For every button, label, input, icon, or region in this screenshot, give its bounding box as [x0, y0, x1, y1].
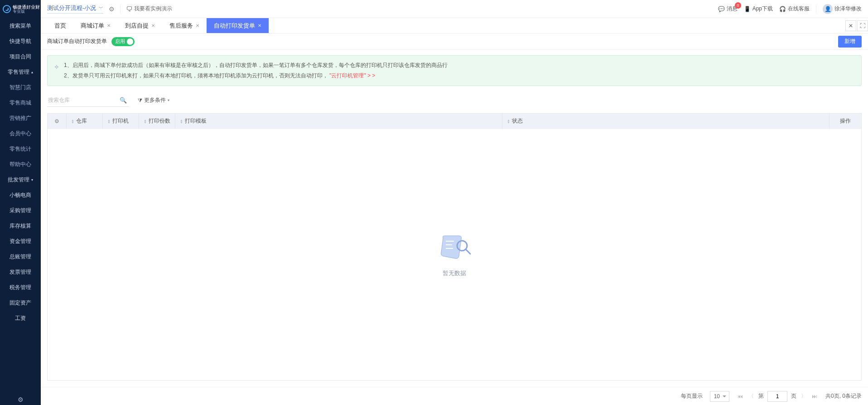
sidebar-item-label: 会员中心 — [10, 130, 31, 138]
sidebar-item-label: 帮助中心 — [10, 161, 31, 168]
phone-icon: 📱 — [744, 6, 751, 12]
sidebar-item-17[interactable]: 税务管理 — [0, 280, 41, 295]
tab-fullscreen[interactable]: ⛶ — [857, 20, 868, 31]
tab-4[interactable]: 自动打印发货单✕ — [207, 18, 269, 33]
online-service-label: 在线客服 — [788, 5, 810, 13]
sidebar-item-6[interactable]: 营销推广 — [0, 110, 41, 126]
per-page-label: 每页显示 — [681, 392, 703, 400]
more-filter-button[interactable]: ⧩ 更多条件 ▾ — [138, 96, 169, 104]
col-warehouse-label: 仓库 — [76, 117, 87, 125]
sidebar-item-label: 项目合同 — [10, 53, 31, 61]
tab-3[interactable]: 售后服务✕ — [162, 18, 207, 33]
close-icon[interactable]: ✕ — [196, 23, 199, 28]
tab-1[interactable]: 商城订单✕ — [73, 18, 118, 33]
actionbar-title: 商城订单自动打印发货单 — [47, 38, 107, 45]
sidebar-item-10[interactable]: 批发管理▾ — [0, 172, 41, 187]
breadcrumb-text: 测试分开流程-小况 — [47, 4, 96, 12]
col-warehouse[interactable]: ▲▼ 仓库 — [67, 114, 103, 129]
sidebar-item-7[interactable]: 会员中心 — [0, 126, 41, 141]
close-icon[interactable]: ✕ — [258, 23, 261, 28]
sidebar-item-label: 搜索菜单 — [10, 22, 31, 30]
lightbulb-icon: ✧ — [54, 61, 59, 81]
user-name: 徐泽华修改 — [834, 5, 862, 13]
page-next[interactable]: 〉 — [800, 392, 807, 400]
content: ✧ 1、启用后，商城下单付款成功后（如果有审核是在审核之后），自动打印发货单，如… — [41, 50, 868, 387]
sidebar-item-label: 库存核算 — [10, 222, 31, 230]
sidebar-item-11[interactable]: 小畅电商 — [0, 187, 41, 203]
sidebar-item-8[interactable]: 零售统计 — [0, 141, 41, 157]
message-icon: 💬 — [718, 6, 725, 12]
sort-icon: ▲▼ — [144, 119, 147, 124]
chevron-icon: ▾ — [31, 178, 33, 182]
sidebar-item-14[interactable]: 资金管理 — [0, 233, 41, 249]
sidebar-item-1[interactable]: 快捷导航 — [0, 33, 41, 49]
table-empty: 暂无数据 — [48, 129, 861, 380]
sidebar-item-12[interactable]: 采购管理 — [0, 203, 41, 218]
page-first[interactable]: ⏮ — [737, 393, 744, 400]
sidebar-item-16[interactable]: 发票管理 — [0, 264, 41, 280]
sidebar-item-2[interactable]: 项目合同 — [0, 49, 41, 64]
brand-logo[interactable]: 畅捷通好业财 专业版 — [0, 0, 41, 18]
sidebar-item-label: 智慧门店 — [10, 84, 31, 91]
page-last[interactable]: ⏭ — [811, 393, 818, 400]
col-status[interactable]: ▲▼ 状态 — [502, 114, 829, 129]
filter-row: 🔍 ⧩ 更多条件 ▾ — [47, 94, 862, 107]
sidebar-item-0[interactable]: 搜索菜单 — [0, 18, 41, 33]
sidebar-item-5[interactable]: 零售商城 — [0, 95, 41, 110]
avatar-icon: 👤 — [823, 4, 833, 14]
sidebar-item-label: 税务管理 — [10, 284, 31, 291]
page-suffix: 页 — [791, 392, 796, 400]
tab-close-all[interactable]: ✕ — [845, 20, 856, 31]
breadcrumb[interactable]: 测试分开流程-小况 ﹀ — [47, 4, 103, 14]
empty-illustration — [434, 231, 475, 263]
sidebar-item-4[interactable]: 智慧门店 — [0, 80, 41, 95]
search-icon[interactable]: 🔍 — [120, 97, 127, 104]
tab-label: 首页 — [54, 22, 66, 30]
sidebar-item-15[interactable]: 总账管理 — [0, 249, 41, 264]
online-service-button[interactable]: 🎧 在线客服 — [779, 5, 810, 13]
sidebar-item-label: 批发管理 — [8, 176, 29, 184]
sort-icon: ▲▼ — [180, 119, 183, 124]
close-icon[interactable]: ✕ — [107, 23, 111, 28]
col-printer[interactable]: ▲▼ 打印机 — [103, 114, 139, 129]
speech-icon: 🗨 — [126, 5, 132, 13]
topbar-divider-2 — [816, 5, 816, 13]
cloud-printer-link[interactable]: "云打印机管理" > > — [329, 72, 375, 79]
sidebar-item-label: 总账管理 — [10, 253, 31, 261]
sidebar-item-label: 零售管理 — [8, 68, 29, 76]
sort-icon: ▲▼ — [107, 119, 111, 124]
search-wrap: 🔍 — [47, 94, 129, 107]
per-page-select[interactable]: 10 — [710, 391, 729, 402]
pager: 每页显示 10 ⏮ 〈 第 页 〉 ⏭ 共0页, 0条记录 — [41, 387, 868, 405]
brand-name: 畅捷通好业财 — [13, 5, 40, 10]
app-download-button[interactable]: 📱 App下载 — [744, 5, 773, 13]
tab-label: 自动打印发货单 — [214, 22, 255, 30]
col-template[interactable]: ▲▼ 打印模板 — [175, 114, 502, 129]
col-copies[interactable]: ▲▼ 打印份数 — [139, 114, 175, 129]
sidebar-item-label: 固定资产 — [10, 299, 31, 307]
new-button[interactable]: 新增 — [838, 36, 862, 48]
demo-link[interactable]: 🗨 我要看实例演示 — [126, 5, 172, 13]
tab-0[interactable]: 首页 — [47, 18, 73, 33]
sidebar-item-3[interactable]: 零售管理▴ — [0, 64, 41, 80]
search-input[interactable] — [47, 94, 129, 107]
sidebar-settings[interactable]: ⚙ — [0, 394, 41, 405]
column-settings[interactable]: ⚙ — [48, 114, 67, 129]
col-op: 操作 — [829, 114, 861, 129]
page-input[interactable] — [767, 391, 787, 402]
breadcrumb-settings-icon[interactable]: ⚙ — [109, 5, 115, 13]
page-total: 共0页, 0条记录 — [825, 392, 862, 400]
page-prev[interactable]: 〈 — [747, 392, 755, 400]
sidebar-item-13[interactable]: 库存核算 — [0, 218, 41, 233]
enable-toggle[interactable]: 启用 — [111, 37, 135, 46]
sidebar-item-9[interactable]: 帮助中心 — [0, 157, 41, 172]
enable-toggle-label: 启用 — [115, 38, 125, 45]
sidebar-item-19[interactable]: 工资 — [0, 310, 41, 326]
tab-2[interactable]: 到店自提✕ — [118, 18, 162, 33]
sidebar-item-18[interactable]: 固定资产 — [0, 295, 41, 310]
user-menu[interactable]: 👤 徐泽华修改 — [823, 4, 862, 14]
sidebar-item-label: 采购管理 — [10, 207, 31, 214]
funnel-icon: ⧩ — [138, 97, 142, 104]
messages-button[interactable]: 💬 消息 8 — [718, 5, 738, 13]
close-icon[interactable]: ✕ — [151, 23, 155, 28]
